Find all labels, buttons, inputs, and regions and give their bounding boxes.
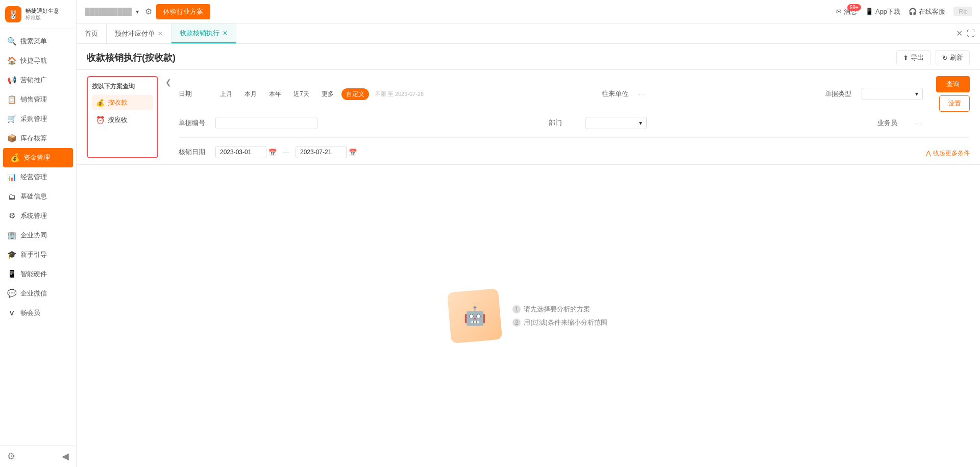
sidebar-item-label: 企业微信 [20,289,47,298]
tabbar: 首页 预付冲应付单 ✕ 收款核销执行 ✕ ✕ ⛶ [77,23,980,44]
purchase-icon: 🛒 [7,114,16,124]
online-service-button[interactable]: 🎧 在线客服 [909,7,945,16]
topbar: ██████████ ▾ ⚙ 体验行业方案 ✉ 消息 99+ 📱 App下载 🎧… [77,0,980,23]
partner-label: 往来单位 [602,89,632,99]
collapse-more-conditions[interactable]: ⋀ 收起更多条件 [926,149,970,158]
fullscreen-icon[interactable]: ⛶ [967,29,975,38]
export-button[interactable]: ⬆ 导出 [896,50,930,65]
filter-by-receipt[interactable]: 💰 按收款 [92,95,153,110]
app-download-button[interactable]: 📱 App下载 [865,7,900,16]
partner-input-dots[interactable]: ··· [639,90,647,98]
guide-icon: 🎓 [7,250,16,259]
filter-row-3: 核销日期 📅 — 📅 ⋀ 收起更多条件 [179,146,970,158]
shortcut-last-month[interactable]: 上月 [215,88,237,100]
topbar-right: ✉ 消息 99+ 📱 App下载 🎧 在线客服 Rit [836,7,972,16]
sidebar-item-label: 经营管理 [20,173,47,182]
sidebar-item-ops[interactable]: 📊 经营管理 [0,167,76,187]
collapse-sidebar-icon[interactable]: ◀ [62,451,69,462]
finance-icon: 💰 [10,153,19,162]
sidebar-item-purchase[interactable]: 🛒 采购管理 [0,109,76,129]
sidebar-item-quick[interactable]: 🏠 快捷导航 [0,51,76,70]
sidebar-item-sales[interactable]: 📋 销售管理 [0,90,76,109]
dept-label: 部门 [549,118,579,128]
marketing-icon: 📢 [7,76,16,85]
solution-button[interactable]: 体验行业方案 [156,4,210,19]
sidebar-item-basic[interactable]: 🗂 基础信息 [0,187,76,206]
sidebar-item-label: 基础信息 [20,192,47,201]
close-tab-icon[interactable]: ✕ [956,29,963,38]
tab-home-label: 首页 [85,29,98,38]
sidebar-item-system[interactable]: ⚙ 系统管理 [0,206,76,226]
sidebar-item-finance[interactable]: 💰 资金管理 [3,148,73,167]
shortcut-7days[interactable]: 近7天 [289,88,314,100]
tab-collection-close-icon[interactable]: ✕ [223,30,228,37]
sidebar-item-marketing[interactable]: 📢 营销推广 [0,70,76,90]
sidebar-item-corp[interactable]: 🏢 企业协同 [0,226,76,245]
tab-collection[interactable]: 收款核销执行 ✕ [172,23,236,43]
content-area: 收款核销执行(按收款) ⬆ 导出 ↻ 刷新 按以下方案查询 💰 按收款 [77,44,980,467]
logo-text: 畅捷通好生意 [26,7,59,14]
empty-tips: 1 请先选择要分析的方案 2 用[过滤]条件来缩小分析范围 [512,303,607,329]
sidebar-item-label: 营销推广 [20,76,47,85]
corp-icon: 🏢 [7,231,16,240]
sidebar-item-label: 搜索菜单 [20,37,47,46]
sidebar-item-guide[interactable]: 🎓 新手引导 [0,245,76,264]
sidebar-item-label: 库存核算 [20,134,47,143]
sidebar-item-hardware[interactable]: 📱 智能硬件 [0,264,76,284]
service-icon: 🎧 [909,8,917,15]
message-button[interactable]: ✉ 消息 99+ [836,7,857,16]
tip-num-2: 2 [512,318,521,327]
staff-input-dots[interactable]: ··· [914,119,923,127]
topbar-gear-icon[interactable]: ⚙ [145,7,152,16]
wechat-icon: 💬 [7,289,16,298]
tab-prepay[interactable]: 预付冲应付单 ✕ [107,23,172,43]
date-range-separator: — [283,149,289,156]
app-icon: 📱 [865,8,873,15]
sidebar-item-label: 快捷导航 [20,56,47,65]
staff-label: 业务员 [877,118,908,128]
refresh-button[interactable]: ↻ 刷新 [936,50,970,65]
logo-icon: 🐰 [5,6,21,22]
setting-button[interactable]: 设置 [939,95,970,112]
main-area: ██████████ ▾ ⚙ 体验行业方案 ✉ 消息 99+ 📱 App下载 🎧… [77,0,980,467]
tip-text-1: 请先选择要分析的方案 [524,303,590,316]
topbar-dropdown-icon[interactable]: ▾ [136,8,139,15]
refresh-label: 刷新 [950,53,963,62]
filter-collapse-button[interactable]: ❮ [163,76,174,158]
empty-tip-2: 2 用[过滤]条件来缩小分析范围 [512,316,607,329]
verify-start-input[interactable] [215,146,266,158]
empty-tip-1: 1 请先选择要分析的方案 [512,303,607,316]
doc-type-select[interactable]: ▾ [862,88,923,100]
filter-by-receivable-label: 按应收 [108,115,128,125]
tab-home[interactable]: 首页 [77,23,107,43]
sidebar-item-inventory[interactable]: 📦 库存核算 [0,129,76,148]
tab-prepay-label: 预付冲应付单 [115,29,155,38]
logo-sub: 标准版 [26,14,59,21]
hardware-icon: 📱 [7,269,16,279]
sidebar: 🐰 畅捷通好生意 标准版 🔍 搜索菜单 🏠 快捷导航 📢 营销推广 📋 销售管理… [0,0,77,467]
sidebar-item-wechat[interactable]: 💬 企业微信 [0,284,76,303]
logo-area: 🐰 畅捷通好生意 标准版 [0,0,76,29]
sidebar-item-member[interactable]: V 畅会员 [0,303,76,323]
empty-state: 🤖 1 请先选择要分析的方案 2 用[过滤]条件来缩小分析范围 [77,165,980,467]
sidebar-item-search[interactable]: 🔍 搜索菜单 [0,32,76,51]
verify-end-input[interactable] [296,146,347,158]
date-range-hint: 不限 至 2023-07-26 [375,90,424,98]
tab-prepay-close-icon[interactable]: ✕ [158,30,163,37]
filter-panel: 按以下方案查询 💰 按收款 ⏰ 按应收 ❮ 日期 上月 [77,70,980,165]
query-button[interactable]: 查询 [936,76,970,92]
doc-no-input[interactable] [215,117,317,129]
shortcut-this-year[interactable]: 本年 [264,88,286,100]
dept-select[interactable]: ▾ [585,117,647,129]
calendar-start-icon[interactable]: 📅 [268,149,277,156]
sidebar-item-label: 畅会员 [20,308,40,317]
page-title: 收款核销执行(按收款) [87,52,176,64]
filter-by-receivable[interactable]: ⏰ 按应收 [92,112,153,128]
shortcut-more[interactable]: 更多 [317,88,338,100]
settings-footer-icon[interactable]: ⚙ [7,451,15,462]
tabbar-actions: ✕ ⛶ [956,29,980,38]
shortcut-this-month[interactable]: 本月 [240,88,261,100]
calendar-end-icon[interactable]: 📅 [349,149,357,156]
date-label: 日期 [179,89,209,99]
shortcut-custom[interactable]: 自定义 [341,88,369,100]
